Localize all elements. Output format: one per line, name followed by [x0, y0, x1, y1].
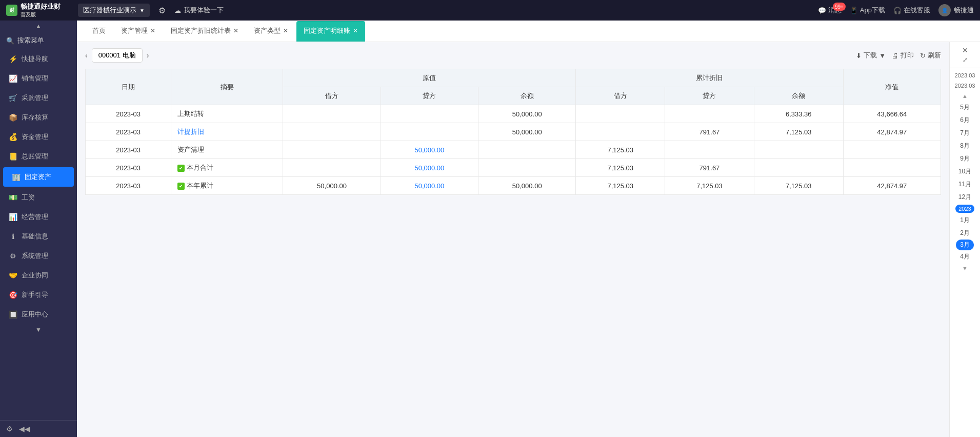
page-content: ‹ 000001 电脑 › ⬇ 下载 ▼ 🖨 打印	[77, 42, 980, 437]
data-table: 日期 摘要 原值 累计折旧 净值 借方 贷方 余额 借方 贷方 余额	[85, 69, 941, 195]
row-summary-link[interactable]: 计提折旧	[177, 128, 204, 135]
timeline-month[interactable]: 6月	[958, 114, 971, 127]
sidebar-item-inventory[interactable]: 📦 库存核算	[0, 108, 77, 127]
tab-asset-type[interactable]: 资产类型 ✕	[247, 21, 295, 42]
cell-orig-balance: 50,000.00	[478, 105, 576, 123]
settings-icon[interactable]: ⚙	[155, 3, 169, 17]
top-header: 财 畅捷通好业财 普及版 医疗器械行业演示 ▼ ⚙ ☁ 我要体验一下 💬 消息 …	[0, 0, 980, 21]
cell-orig-balance	[478, 159, 576, 177]
sidebar-item-system[interactable]: ⚙ 系统管理	[0, 246, 77, 266]
sidebar-search[interactable]: 🔍 搜索菜单	[0, 32, 77, 49]
th-orig-credit: 贷方	[381, 87, 478, 105]
guide-icon: 🎯	[8, 291, 17, 299]
online-service-button[interactable]: 🎧 在线客服	[893, 6, 930, 15]
timeline-year-label2[interactable]: 2023.03	[950, 81, 980, 91]
tab-asset-detail[interactable]: 固定资产明细账 ✕	[296, 21, 365, 42]
cell-orig-credit	[381, 123, 478, 141]
print-button[interactable]: 🖨 打印	[892, 51, 914, 60]
th-orig-balance: 余额	[478, 87, 576, 105]
refresh-button[interactable]: ↻ 刷新	[920, 51, 941, 60]
cell-orig-debit	[283, 123, 381, 141]
cell-date: 2023-03	[86, 123, 171, 141]
row-badge-icon: ✔	[177, 183, 185, 190]
panel-expand-button[interactable]: ⤢	[963, 56, 968, 64]
tab-asset-type-close[interactable]: ✕	[283, 27, 288, 34]
timeline-month[interactable]: 8月	[958, 140, 971, 152]
nav-prev-button[interactable]: ‹	[85, 51, 88, 59]
row-summary-text: 本年累计	[187, 182, 213, 189]
download-label: 下载	[864, 51, 877, 60]
cell-date: 2023-03	[86, 141, 171, 159]
tab-home[interactable]: 首页	[85, 21, 113, 42]
panel-close-button[interactable]: ✕	[962, 46, 968, 54]
timeline-month[interactable]: 12月	[958, 191, 971, 204]
fixed-assets-icon: 🏢	[11, 173, 21, 181]
cell-date: 2023-03	[86, 105, 171, 123]
sidebar-label-guide: 新手引导	[22, 290, 48, 300]
sidebar-item-ledger[interactable]: 📒 总账管理	[0, 147, 77, 166]
nav-asset-item[interactable]: 000001 电脑	[92, 48, 143, 63]
cell-accum-balance	[754, 159, 843, 177]
cell-net-value	[843, 159, 941, 177]
sidebar-item-guide[interactable]: 🎯 新手引导	[0, 285, 77, 305]
timeline-month[interactable]: 2月	[956, 227, 974, 240]
sidebar-item-operations[interactable]: 📊 经营管理	[0, 207, 77, 227]
timeline-month[interactable]: 4月	[956, 250, 974, 263]
cell-summary: 计提折旧	[171, 123, 283, 141]
scroll-down[interactable]: ▼	[0, 324, 77, 335]
cell-accum-balance: 7,125.03	[754, 123, 843, 141]
year-badge-2023[interactable]: 2023	[955, 205, 974, 213]
nav-next-button[interactable]: ›	[147, 51, 149, 59]
messages-badge: 99+	[833, 3, 846, 11]
basic-info-icon: ℹ	[8, 232, 17, 241]
sidebar-item-fixed-assets[interactable]: 🏢 固定资产	[3, 167, 74, 187]
sidebar-item-quick-nav[interactable]: ⚡ 快捷导航	[0, 49, 77, 69]
cell-orig-debit	[283, 105, 381, 123]
tab-asset-mgmt-close[interactable]: ✕	[150, 27, 155, 34]
download-button[interactable]: ⬇ 下载 ▼	[856, 51, 886, 60]
timeline-year-label1[interactable]: 2023.03	[950, 70, 980, 81]
timeline-month[interactable]: 7月	[958, 127, 971, 140]
timeline-month[interactable]: 10月	[958, 165, 971, 178]
header-right: 💬 消息 99+ 📱 App下载 🎧 在线客服 👤 畅捷通	[818, 4, 974, 16]
tab-depreciation-table[interactable]: 固定资产折旧统计表 ✕	[164, 21, 246, 42]
sidebar-item-enterprise[interactable]: 🤝 企业协同	[0, 266, 77, 285]
cell-accum-balance: 6,333.36	[754, 105, 843, 123]
sidebar-item-sales[interactable]: 📈 销售管理	[0, 69, 77, 88]
cell-orig-credit	[381, 105, 478, 123]
timeline-month[interactable]: 5月	[958, 101, 971, 114]
th-net-value: 净值	[843, 69, 941, 105]
user-info[interactable]: 👤 畅捷通	[938, 4, 974, 16]
row-summary-text: 上期结转	[177, 110, 204, 117]
company-name: 医疗器械行业演示	[83, 6, 136, 15]
timeline-month[interactable]: 3月	[956, 240, 974, 250]
sidebar-item-finance[interactable]: 💰 资金管理	[0, 127, 77, 147]
timeline-up-arrow[interactable]: ▲	[962, 91, 968, 101]
app-download-button[interactable]: 📱 App下载	[850, 6, 885, 15]
timeline-month[interactable]: 11月	[958, 178, 971, 191]
sidebar-item-basic-info[interactable]: ℹ 基础信息	[0, 227, 77, 246]
tab-asset-detail-close[interactable]: ✕	[353, 27, 358, 34]
experience-button[interactable]: ☁ 我要体验一下	[174, 6, 224, 15]
nav-row: ‹ 000001 电脑 › ⬇ 下载 ▼ 🖨 打印	[85, 48, 941, 63]
tab-asset-mgmt[interactable]: 资产管理 ✕	[114, 21, 163, 42]
headset-icon: 🎧	[893, 7, 902, 14]
search-icon: 🔍	[6, 37, 14, 45]
company-select[interactable]: 医疗器械行业演示 ▼	[78, 4, 150, 17]
sidebar-item-payroll[interactable]: 💵 工资	[0, 188, 77, 207]
timeline-panel: ✕ ⤢ 2023.03 2023.03 ▲ 5月6月7月8月9月10月11月12…	[949, 42, 980, 437]
app-download-label: App下载	[860, 6, 885, 15]
sidebar-label-finance: 资金管理	[22, 132, 48, 142]
sidebar-item-app-center[interactable]: 🔲 应用中心	[0, 305, 77, 324]
timeline-month[interactable]: 9月	[958, 152, 971, 165]
tab-depreciation-close[interactable]: ✕	[233, 27, 238, 34]
timeline-month[interactable]: 1月	[956, 214, 974, 227]
scroll-up[interactable]: ▲	[0, 21, 77, 32]
timeline-down-arrow[interactable]: ▼	[962, 263, 968, 273]
sidebar-settings-icon[interactable]: ⚙	[6, 425, 13, 433]
messages-button[interactable]: 💬 消息 99+	[818, 6, 842, 15]
sidebar-collapse-icon[interactable]: ◀◀	[19, 425, 30, 433]
cell-accum-credit	[665, 141, 754, 159]
sidebar-item-purchase[interactable]: 🛒 采购管理	[0, 88, 77, 108]
row-summary-text: 资产清理	[177, 146, 204, 153]
